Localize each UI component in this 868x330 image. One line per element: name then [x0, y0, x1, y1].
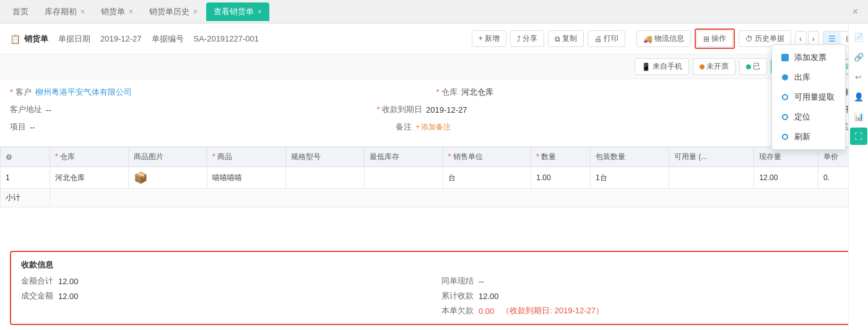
circle-empty-icon [782, 94, 788, 100]
customer-value[interactable]: 柳州粤港平安气体有限公司 [35, 87, 132, 98]
tab-sales-history-close[interactable]: × [193, 7, 197, 16]
refresh-label: 刷新 [794, 131, 810, 142]
print-button[interactable]: 🖨 打印 [588, 30, 625, 47]
sidebar-undo-icon[interactable]: ↩ [850, 68, 867, 85]
col-warehouse: 仓库 [50, 147, 129, 167]
orange-dot-icon [700, 64, 705, 69]
row-unit: 台 [443, 167, 531, 189]
product-image-icon: 📦 [134, 172, 147, 184]
main-close-btn[interactable]: × [848, 4, 863, 20]
tab-check-sales-close[interactable]: × [258, 7, 262, 16]
col-min-stock: 最低库存 [364, 147, 443, 167]
tab-check-sales[interactable]: 查看销货单 × [206, 2, 269, 21]
tab-sales-order-close[interactable]: × [129, 7, 133, 16]
logistics-button[interactable]: 🚚 物流信息 [636, 30, 691, 47]
same-order-label: 同单现结 [441, 276, 474, 287]
payment-info-grid: 金额合计 12.00 成交金额 12.00 同单现结 -- 累计收款 [21, 276, 847, 316]
cumulative-receipt-label: 累计收款 [441, 290, 474, 302]
tab-inventory-label: 库存期初 [45, 6, 77, 17]
subtotal-empty [50, 189, 868, 207]
form-row-2: 客户地址 -- 收款到期日 2019-12-27 票据类型 不开票 [10, 104, 858, 115]
locate-label: 定位 [794, 111, 810, 123]
circle-filled-icon [782, 74, 788, 80]
copy-button[interactable]: ⧉ 复制 [548, 30, 584, 47]
available-qty-label: 可用量提取 [794, 92, 835, 103]
add-note-button[interactable]: + 添加备注 [415, 122, 451, 132]
tab-bar: 首页 库存期初 × 销货单 × 销货单历史 × 查看销货单 × × [0, 0, 868, 24]
payment-info: 收款信息 金额合计 12.00 成交金额 12.00 同单现结 -- [10, 251, 858, 325]
dropdown-outbound[interactable]: 出库 [772, 67, 845, 87]
due-date-field: 收款到期日 2019-12-27 [376, 104, 467, 115]
table-wrapper: ⚙ 仓库 商品图片 商品 规格型号 最低库存 销售单位 数量 包装数量 可用量 … [0, 146, 868, 246]
truck-icon: 🚚 [643, 35, 653, 43]
tab-sales-order[interactable]: 销货单 × [93, 2, 141, 21]
list-view-button[interactable]: ☰ [823, 32, 841, 46]
col-available: 可用量 (... [669, 147, 754, 167]
project-label: 项目 [10, 121, 26, 132]
customer-field: 客户 柳州粤港平安气体有限公司 [10, 87, 132, 98]
col-spec: 规格型号 [285, 147, 364, 167]
add-invoice-icon [781, 53, 789, 62]
order-arrears-label: 本单欠款 [441, 305, 474, 316]
tab-home[interactable]: 首页 [5, 2, 36, 21]
col-gear: ⚙ [1, 147, 50, 167]
total-amount-value: 12.00 [58, 277, 79, 286]
number-label: 单据编号 [152, 33, 184, 45]
dropdown-add-invoice[interactable]: 添加发票 [772, 48, 845, 67]
from-phone-button[interactable]: 📱 来自手机 [635, 58, 689, 75]
available-qty-icon [781, 93, 789, 102]
row-product: 嘻嘻嘻嘻 [207, 167, 285, 189]
note-field: 备注 + 添加备注 [396, 121, 451, 132]
tab-sales-history-label: 销货单历史 [149, 6, 189, 17]
row-min-stock [364, 167, 443, 189]
note-label: 备注 [396, 121, 412, 132]
tab-inventory-close[interactable]: × [80, 7, 85, 16]
same-order-value: -- [479, 277, 484, 286]
date-value: 2019-12-27 [100, 34, 142, 43]
refresh-icon [781, 132, 789, 141]
tab-sales-history[interactable]: 销货单历史 × [142, 2, 205, 21]
row-stock: 12.00 [754, 167, 818, 189]
col-unit: 销售单位 [443, 147, 531, 167]
row-warehouse: 河北仓库 [50, 167, 129, 189]
locate-icon [781, 113, 789, 121]
sidebar-fullscreen-icon[interactable]: ⛶ [850, 128, 867, 145]
total-amount-row: 金额合计 12.00 [21, 276, 427, 287]
transaction-amount-value: 12.00 [58, 292, 79, 301]
dropdown-locate[interactable]: 定位 [772, 107, 845, 127]
not-open-button[interactable]: 未开票 [693, 58, 736, 75]
sidebar-chart-icon[interactable]: 📊 [850, 108, 867, 125]
sidebar-doc-icon[interactable]: 📄 [850, 28, 867, 46]
form-row-1: 客户 柳州粤港平安气体有限公司 仓库 河北仓库 业务员 演示账号 [10, 87, 858, 98]
outbound-label: 出库 [794, 72, 810, 83]
sidebar-user-icon[interactable]: 👤 [850, 88, 867, 105]
copy-icon: ⧉ [555, 35, 560, 43]
col-quantity: 数量 [531, 147, 591, 167]
col-image: 商品图片 [129, 147, 207, 167]
row-spec [285, 167, 364, 189]
circle-empty-3-icon [782, 134, 788, 140]
doc-header: 📋 销货单 单据日期 2019-12-27 单据编号 SA-20191227-0… [0, 24, 868, 54]
doc-icon: 📋 [10, 34, 20, 44]
address-value: -- [46, 105, 51, 115]
transaction-amount-label: 成交金额 [21, 290, 53, 302]
same-order-row: 同单现结 -- [441, 276, 847, 287]
sidebar-link-icon[interactable]: 🔗 [850, 48, 867, 66]
share-button[interactable]: ⤴ 分享 [510, 30, 544, 47]
history-icon: ⏱ [745, 35, 753, 43]
add-invoice-label: 添加发票 [794, 52, 827, 63]
tab-sales-order-label: 销货单 [101, 6, 125, 17]
dropdown-available-qty[interactable]: 可用量提取 [772, 87, 845, 107]
dropdown-refresh[interactable]: 刷新 [772, 127, 845, 147]
square-icon [781, 54, 789, 61]
ops-icon: ⊞ [703, 35, 710, 43]
phone-icon: 📱 [641, 63, 651, 71]
operations-button[interactable]: ⊞ 操作 [697, 30, 733, 47]
project-value: -- [30, 123, 35, 132]
right-sidebar: 📄 🔗 ↩ 👤 📊 ⛶ [848, 24, 868, 330]
customer-label: 客户 [10, 87, 32, 98]
new-button[interactable]: + 新增 [472, 30, 506, 47]
dropdown-menu: 添加发票 出库 可用量提取 定位 刷新 [771, 45, 846, 150]
confirm-button[interactable]: 已 [739, 58, 767, 75]
tab-inventory[interactable]: 库存期初 × [37, 2, 92, 21]
